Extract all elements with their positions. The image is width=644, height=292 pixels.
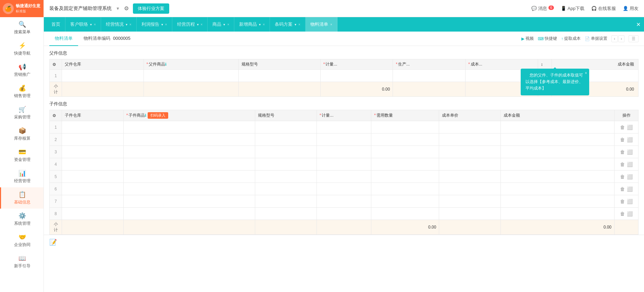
child-cell-product-1[interactable] [123,121,255,133]
child-cell-spec-3[interactable] [255,146,317,158]
parent-cell-product-1[interactable] [144,70,239,82]
settings-icon[interactable]: ⚙ [124,5,129,12]
parent-cell-quantity-1[interactable] [320,70,393,82]
delete-icon-7[interactable]: 🗑 [620,199,625,204]
menu-icon[interactable]: ☰ [629,35,639,42]
child-cell-quantity-6[interactable] [317,183,371,195]
child-cell-product-3[interactable] [123,146,255,158]
copy-icon-3[interactable]: ⬜ [627,149,633,155]
scan-input-btn[interactable]: 扫码录入 [148,112,168,119]
child-cell-needed-8[interactable] [371,208,439,220]
system-title-arrow[interactable]: ▼ [116,6,120,11]
tab-close-2[interactable]: × [129,23,132,26]
parent-cell-warehouse-1[interactable] [62,70,144,82]
child-cell-quantity-2[interactable] [317,133,371,146]
message-btn[interactable]: 💬 消息 6 [531,5,554,12]
child-cell-warehouse-5[interactable] [62,171,124,183]
user-btn[interactable]: 👤 用友 [623,5,639,12]
child-cell-spec-2[interactable] [255,133,317,146]
delete-icon-3[interactable]: 🗑 [620,149,625,155]
sub-tab-bill-code[interactable]: 物料清单编码 0000005 [78,32,136,46]
delete-icon-1[interactable]: 🗑 [620,125,625,130]
copy-icon-2[interactable]: ⬜ [627,137,633,142]
child-cell-spec-1[interactable] [255,121,317,133]
delete-icon-8[interactable]: 🗑 [620,211,625,217]
online-service-btn[interactable]: 🎧 在线客服 [591,5,616,12]
child-cell-needed-6[interactable] [371,183,439,195]
child-cell-needed-1[interactable] [371,121,439,133]
child-cell-warehouse-7[interactable] [62,195,124,208]
child-cell-product-6[interactable] [123,183,255,195]
child-cell-quantity-3[interactable] [317,146,371,158]
child-cell-unit-cost-4[interactable] [439,158,501,171]
child-cell-unit-cost-3[interactable] [439,146,501,158]
child-cell-unit-cost-1[interactable] [439,121,501,133]
sidebar-item-system[interactable]: ⚙️ 系统管理 [0,209,44,230]
next-page-btn[interactable]: › [618,35,624,42]
copy-icon-5[interactable]: ⬜ [627,174,633,179]
copy-icon-8[interactable]: ⬜ [627,211,633,217]
parent-cell-spec-1[interactable] [239,70,321,82]
copy-icon-7[interactable]: ⬜ [627,199,633,204]
child-cell-unit-cost-8[interactable] [439,208,501,220]
sidebar-item-inventory[interactable]: 📦 库存核算 [0,124,44,145]
sidebar-item-enterprise[interactable]: 🤝 企业协同 [0,230,44,251]
delete-icon-2[interactable]: 🗑 [620,137,625,142]
parent-cell-production-1[interactable] [393,70,466,82]
sub-tab-bill-list[interactable]: 物料清单 [49,32,78,46]
child-cell-needed-7[interactable] [371,195,439,208]
child-cell-needed-5[interactable] [371,171,439,183]
child-cell-product-7[interactable] [123,195,255,208]
nav-tab-6[interactable]: 新增商品 ▾ × [234,17,270,32]
view-video-btn[interactable]: ▶ 视频 [521,36,534,42]
child-cell-spec-4[interactable] [255,158,317,171]
tab-close-8[interactable]: × [330,23,332,26]
sidebar-item-purchase[interactable]: 🛒 采购管理 [0,102,44,124]
nav-tab-8[interactable]: 物料清单 × [306,17,337,32]
child-cell-needed-3[interactable] [371,146,439,158]
child-cell-cost-amount-5[interactable] [501,171,615,183]
child-cell-cost-amount-1[interactable] [501,121,615,133]
child-cell-quantity-5[interactable] [317,171,371,183]
child-cell-warehouse-8[interactable] [62,208,124,220]
tab-close-6[interactable]: × [263,23,265,26]
child-cell-product-5[interactable] [123,171,255,183]
child-cell-warehouse-1[interactable] [62,121,124,133]
tab-close-3[interactable]: × [165,23,167,26]
sidebar-item-basic[interactable]: 📋 基础信息 [0,187,44,209]
child-cell-spec-8[interactable] [255,208,317,220]
nav-tab-3[interactable]: 利润报告 ▾ × [137,17,172,32]
trial-button[interactable]: 体验行业方案 [133,3,169,14]
close-all-tabs-icon[interactable]: ✕ [633,21,644,28]
child-cell-cost-amount-3[interactable] [501,146,615,158]
copy-icon-6[interactable]: ⬜ [627,186,633,192]
sidebar-item-finance[interactable]: 💳 资金管理 [0,145,44,166]
child-cell-unit-cost-7[interactable] [439,195,501,208]
sidebar-item-quick-nav[interactable]: ⚡ 快捷导航 [0,38,44,60]
tab-close-4[interactable]: × [201,23,203,26]
child-cell-cost-amount-8[interactable] [501,208,615,220]
tab-close-7[interactable]: × [298,23,300,26]
child-col-settings[interactable]: ⚙ [50,110,62,121]
child-cell-warehouse-3[interactable] [62,146,124,158]
child-cell-product-8[interactable] [123,208,255,220]
delete-icon-5[interactable]: 🗑 [620,174,625,179]
child-cell-quantity-7[interactable] [317,195,371,208]
child-cell-quantity-8[interactable] [317,208,371,220]
copy-icon-4[interactable]: ⬜ [627,162,633,167]
child-cell-spec-7[interactable] [255,195,317,208]
extract-cost-btn[interactable]: ↑ 提取成本 [561,36,581,42]
child-cell-quantity-4[interactable] [317,158,371,171]
nav-tab-5[interactable]: 商品 ▾ × [208,17,234,32]
nav-tab-2[interactable]: 经营情况 ▾ × [101,17,137,32]
child-cell-warehouse-4[interactable] [62,158,124,171]
copy-icon-1[interactable]: ⬜ [627,125,633,130]
child-cell-product-2[interactable] [123,133,255,146]
nav-tab-1[interactable]: 客户联络 ▾ × [65,17,101,32]
nav-tab-0[interactable]: 首页 [47,17,65,32]
single-settings-btn[interactable]: 📄 单据设置 [585,36,607,42]
tab-close-5[interactable]: × [227,23,229,26]
shortcut-btn[interactable]: ⌨ 快捷键 [538,36,557,42]
delete-icon-6[interactable]: 🗑 [620,186,625,192]
tooltip-close-btn[interactable]: × [585,70,587,77]
